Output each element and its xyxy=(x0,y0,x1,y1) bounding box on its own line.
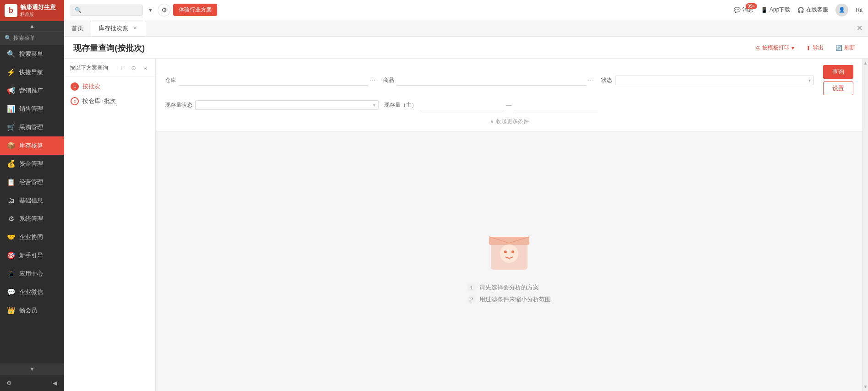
query-btn[interactable]: 查询 xyxy=(823,65,853,79)
sidebar-item-sales[interactable]: 📊 销售管理 xyxy=(0,100,64,118)
topbar-search-box[interactable]: 🔍 xyxy=(70,5,143,16)
settings-btn[interactable]: 设置 xyxy=(823,81,853,95)
tab-close-inventory-batch[interactable]: ✕ xyxy=(131,25,138,32)
nav-label-finance: 资金管理 xyxy=(19,160,43,168)
sidebar: b 畅康通好生意 标准版 ▲ 🔍 搜索菜单 🔍 搜索菜单 ⚡ 快捷导航 📢 营销… xyxy=(0,0,64,391)
topbar-dropdown-btn[interactable]: ▾ xyxy=(146,5,155,15)
sidebar-collapse-icon[interactable]: ◀ xyxy=(50,378,60,387)
sidebar-item-enterprise[interactable]: 🤝 企业协同 xyxy=(0,228,64,246)
sidebar-item-newbie[interactable]: 🎯 新手引导 xyxy=(0,246,64,265)
status-dropdown[interactable]: ▾ xyxy=(615,76,814,85)
inventory-qty-min-input[interactable] xyxy=(420,100,504,110)
svg-point-2 xyxy=(500,244,518,263)
inventory-status-label: 现存量状态 xyxy=(165,101,192,109)
messages-badge: 99+ xyxy=(746,3,757,9)
inventory-status-dropdown[interactable]: ▾ xyxy=(195,100,379,110)
app-download-btn[interactable]: 📱 App下载 xyxy=(761,6,790,14)
nav-icon-quick-nav: ⚡ xyxy=(6,68,16,77)
sidebar-scroll-up-arrow[interactable]: ▲ xyxy=(0,21,64,32)
status-dropdown-arrow: ▾ xyxy=(808,78,811,83)
empty-hint-2: 2 用过滤条件来缩小分析范围 xyxy=(467,295,551,304)
add-plan-btn[interactable]: + xyxy=(117,63,126,72)
search-icon: 🔍 xyxy=(5,35,11,41)
nav-icon-operations: 📋 xyxy=(6,178,16,187)
sidebar-item-operations[interactable]: 📋 经营管理 xyxy=(0,173,64,191)
sidebar-footer: ⚙ ◀ xyxy=(0,374,64,391)
user-avatar[interactable]: 👤 xyxy=(835,4,848,16)
sidebar-settings-icon[interactable]: ⚙ xyxy=(5,378,14,387)
sidebar-item-finance[interactable]: 💰 资金管理 xyxy=(0,155,64,173)
messages-btn[interactable]: 💬 消息 99+ xyxy=(734,6,753,14)
tab-close-all-btn[interactable]: ✕ xyxy=(851,24,868,33)
page-content: 现存量查询(按批次) 🖨 按模板打印 ▾ ⬆ 导出 🔄 刷新 xyxy=(64,37,868,391)
print-dropdown-icon[interactable]: ▾ xyxy=(791,45,794,51)
tab-label-inventory-batch: 库存批次账 xyxy=(99,24,128,33)
nav-icon-purchase: 🛒 xyxy=(6,123,16,132)
nav-icon-marketing: 📢 xyxy=(6,86,16,95)
sidebar-item-app-center[interactable]: 📱 应用中心 xyxy=(0,265,64,283)
export-btn[interactable]: ⬆ 导出 xyxy=(802,42,827,54)
inventory-qty-dash: — xyxy=(504,102,514,109)
nav-icon-finance: 💰 xyxy=(6,159,16,168)
scroll-up-arrow[interactable]: ▲ xyxy=(863,60,868,66)
sidebar-item-member[interactable]: 👑 畅会员 xyxy=(0,301,64,320)
plan-item-by-warehouse-batch[interactable]: ⊙ 按仓库+批次 xyxy=(64,94,155,109)
left-panel-icons: + ⊙ « xyxy=(117,63,150,72)
nav-label-search: 搜索菜单 xyxy=(19,50,43,58)
empty-hints: 1 请先选择要分析的方案 2 用过滤条件来缩小分析范围 xyxy=(467,283,551,304)
sidebar-scroll-down-arrow[interactable]: ▼ xyxy=(0,364,64,374)
inventory-qty-label: 现存量（主） xyxy=(384,101,417,109)
nav-label-newbie: 新手引导 xyxy=(19,251,43,260)
topbar-gear-btn[interactable]: ⚙ xyxy=(158,4,170,16)
sidebar-item-quick-nav[interactable]: ⚡ 快捷导航 xyxy=(0,63,64,81)
warehouse-input[interactable] xyxy=(179,75,368,86)
nav-label-system: 系统管理 xyxy=(19,215,43,223)
sidebar-item-system[interactable]: ⚙ 系统管理 xyxy=(0,210,64,228)
username-label[interactable]: Rit xyxy=(856,7,863,13)
sidebar-item-search[interactable]: 🔍 搜索菜单 xyxy=(0,45,64,63)
inventory-status-field: 现存量状态 ▾ xyxy=(165,100,379,110)
print-by-template-btn[interactable]: 🖨 按模板打印 ▾ xyxy=(751,42,798,54)
online-service-btn[interactable]: 🎧 在线客服 xyxy=(797,6,828,14)
nav-label-basic: 基础信息 xyxy=(19,196,43,205)
product-dots-btn[interactable]: ··· xyxy=(586,76,596,84)
left-panel: 按以下方案查询 + ⊙ « ⊙ 按批次 ⊙ 按仓库+批次 xyxy=(64,59,156,391)
tab-label-home: 首页 xyxy=(71,24,83,33)
page-header: 现存量查询(按批次) 🖨 按模板打印 ▾ ⬆ 导出 🔄 刷新 xyxy=(64,37,868,59)
page-title: 现存量查询(按批次) xyxy=(73,43,145,54)
nav-label-operations: 经营管理 xyxy=(19,178,43,186)
warehouse-dots-btn[interactable]: ··· xyxy=(368,76,378,84)
inventory-qty-max-input[interactable] xyxy=(514,100,598,110)
product-input[interactable] xyxy=(397,75,586,86)
collapse-panel-btn[interactable]: « xyxy=(141,63,150,72)
headset-icon: 🎧 xyxy=(797,7,804,13)
sidebar-item-purchase[interactable]: 🛒 采购管理 xyxy=(0,118,64,136)
nav-label-quick-nav: 快捷导航 xyxy=(19,68,43,76)
refresh-btn[interactable]: 🔄 刷新 xyxy=(832,42,859,54)
warehouse-field: 仓库 ··· xyxy=(165,75,378,86)
tab-home[interactable]: 首页 xyxy=(64,21,91,36)
online-service-label: 在线客服 xyxy=(806,6,828,14)
sidebar-brand: 畅康通好生意 标准版 xyxy=(20,4,56,17)
nav-label-wechat: 企业微信 xyxy=(19,288,43,296)
empty-illustration-svg xyxy=(482,219,537,274)
sidebar-item-inventory[interactable]: 📦 库存核算 xyxy=(0,136,64,155)
sidebar-item-basic[interactable]: 🗂 基础信息 xyxy=(0,191,64,210)
experience-industry-btn[interactable]: 体验行业方案 xyxy=(173,4,217,16)
topbar-search-icon: 🔍 xyxy=(75,7,82,13)
app-download-label: App下载 xyxy=(769,6,790,14)
topbar-right: 💬 消息 99+ 📱 App下载 🎧 在线客服 👤 Rit xyxy=(734,4,863,16)
tab-inventory-batch[interactable]: 库存批次账✕ xyxy=(91,21,146,36)
collapse-conditions-btn[interactable]: ∧ 收起更多条件 xyxy=(165,115,853,126)
sidebar-item-marketing[interactable]: 📢 营销推广 xyxy=(0,81,64,100)
plan-settings-btn[interactable]: ⊙ xyxy=(129,63,138,72)
nav-label-sales: 销售管理 xyxy=(19,105,43,113)
sidebar-item-wechat[interactable]: 💬 企业微信 xyxy=(0,283,64,301)
sidebar-logo-icon: b xyxy=(5,4,17,17)
sidebar-search-menu[interactable]: 🔍 搜索菜单 xyxy=(0,32,64,45)
scroll-down-arrow[interactable]: ▼ xyxy=(863,383,868,390)
product-label: 商品 xyxy=(383,76,394,84)
sidebar-brand-version: 标准版 xyxy=(20,11,56,17)
plan-item-by-batch[interactable]: ⊙ 按批次 xyxy=(64,79,155,94)
topbar: 🔍 ▾ ⚙ 体验行业方案 💬 消息 99+ 📱 App下载 🎧 在线客服 xyxy=(64,0,868,20)
